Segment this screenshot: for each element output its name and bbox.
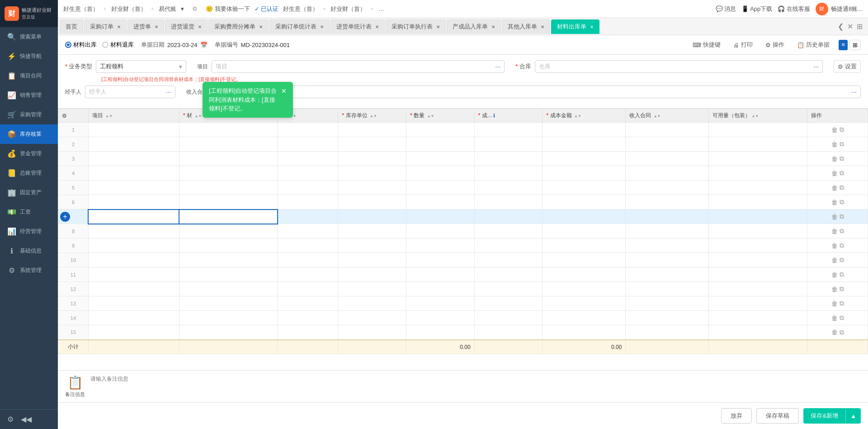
cell-income-contract[interactable] [626,253,709,267]
topbar-link-more[interactable]: … [378,5,384,12]
cell-qty[interactable] [406,238,474,253]
cell-cost-amount[interactable] [542,224,626,238]
cell-cost-amount[interactable] [542,137,626,152]
tab-close[interactable]: ✕ [155,24,158,29]
cell-available[interactable] [709,181,807,195]
cell-material[interactable] [179,311,278,325]
copy-icon[interactable]: ⧉ [840,242,844,249]
delete-icon[interactable]: 🗑 [831,257,838,264]
sidebar-item-固定资产[interactable]: 🏢 固定资产 [0,183,58,202]
cell-spec[interactable] [278,152,338,166]
copy-icon[interactable]: ⧉ [840,140,844,148]
active-cell-cost-amount[interactable] [542,210,626,224]
copy-icon[interactable]: ⧉ [840,227,844,235]
cell-spec[interactable] [278,166,338,181]
cell-qty[interactable] [406,311,474,325]
cell-spec[interactable] [278,282,338,296]
tab-close[interactable]: ✕ [375,24,379,29]
col-qty[interactable]: * 数量 ▲▼ [406,109,474,123]
tab-order-exec[interactable]: 采购订单执行表 ✕ [386,19,446,34]
copy-icon[interactable]: ⧉ [840,256,844,264]
income-contract-input[interactable]: 收入合同 ··· [212,86,861,98]
copy-icon[interactable]: ⧉ [840,314,844,322]
cell-material[interactable] [179,238,278,253]
cell-spec[interactable] [278,123,338,137]
cell-cost[interactable] [474,253,542,267]
tab-close[interactable]: ✕ [198,24,202,29]
sidebar-item-经营管理[interactable]: 📊 经营管理 [0,222,58,241]
cell-project[interactable] [88,166,179,181]
topbar-trial[interactable]: 🙂 我要体验一下 [206,5,250,13]
tab-close-active[interactable]: ✕ [590,24,594,29]
topbar-link-1[interactable]: 好生意（首） [63,5,99,13]
cell-unit[interactable] [338,325,406,340]
tab-purchase-fee[interactable]: 采购费用分摊单 ✕ [208,19,269,34]
cell-material[interactable] [179,123,278,137]
cell-spec[interactable] [278,181,338,195]
cell-unit[interactable] [338,267,406,282]
sidebar-item-项目合同[interactable]: 📋 项目合同 [0,66,58,86]
cell-project[interactable] [88,282,179,296]
cell-qty[interactable] [406,253,474,267]
operation-btn[interactable]: ⚙ 操作 [762,39,788,51]
cell-qty[interactable] [406,224,474,238]
user-menu[interactable]: 财 畅捷通8账... [816,3,863,15]
sidebar-item-采购管理[interactable]: 🛒 采购管理 [0,105,58,124]
cell-available[interactable] [709,311,807,325]
active-cell-available[interactable] [709,210,807,224]
tab-home[interactable]: 首页 [60,19,83,34]
cell-unit[interactable] [338,282,406,296]
cell-income-contract[interactable] [626,325,709,340]
topbar-dropdown[interactable]: ▾ [181,5,184,12]
topbar-link-4[interactable]: 好生意（首） [283,5,318,13]
online-service-action[interactable]: 🎧 在线客服 [778,5,810,13]
tab-other-in[interactable]: 其他入库单 ✕ [502,19,550,34]
active-cell-material[interactable] [179,210,278,224]
cell-qty[interactable] [406,325,474,340]
delete-icon[interactable]: 🗑 [831,286,838,293]
delete-icon[interactable]: 🗑 [831,271,838,278]
active-cell-qty[interactable] [406,210,474,224]
cell-project[interactable] [88,152,179,166]
sidebar-item-搜索菜单[interactable]: 🔍 搜索菜单 [0,27,58,47]
copy-icon[interactable]: ⧉ [840,155,844,162]
copy-icon[interactable]: ⧉ [840,271,844,278]
cell-unit[interactable] [338,311,406,325]
cell-available[interactable] [709,166,807,181]
settings-icon[interactable]: ⚙ [7,415,14,424]
save-draft-btn[interactable]: 保存草稿 [756,408,799,424]
income-more-icon[interactable]: ··· [851,88,857,95]
discard-btn[interactable]: 放弃 [721,408,752,424]
cell-cost[interactable] [474,152,542,166]
cell-spec[interactable] [278,296,338,311]
cell-cost[interactable] [474,224,542,238]
cell-project[interactable] [88,123,179,137]
calendar-icon[interactable]: 📅 [200,42,208,48]
cell-income-contract[interactable] [626,181,709,195]
cell-income-contract[interactable] [626,296,709,311]
cell-spec[interactable] [278,267,338,282]
active-cell-cost[interactable] [474,210,542,224]
copy-icon[interactable]: ⧉ [840,198,844,206]
cell-cost[interactable] [474,181,542,195]
tab-close[interactable]: ✕ [491,24,495,29]
active-cell-project[interactable] [88,210,179,224]
cell-unit[interactable] [338,195,406,210]
topbar-link-5[interactable]: 好业财（首） [330,5,366,13]
cell-cost-amount[interactable] [542,238,626,253]
tab-close[interactable]: ✕ [117,24,121,29]
cell-unit[interactable] [338,238,406,253]
cell-material[interactable] [179,137,278,152]
cell-project[interactable] [88,296,179,311]
cell-material[interactable] [179,282,278,296]
tab-product-in[interactable]: 产成品入库单 ✕ [447,19,501,34]
delete-icon[interactable]: 🗑 [831,300,838,307]
tab-close[interactable]: ✕ [320,24,324,29]
col-settings[interactable]: ⚙ [58,109,89,123]
project-input[interactable]: 项目 ··· [212,60,505,73]
cell-material[interactable] [179,325,278,340]
delete-icon[interactable]: 🗑 [831,155,838,162]
sidebar-item-总账管理[interactable]: 📒 总账管理 [0,163,58,183]
sidebar-item-工资[interactable]: 💵 工资 [0,202,58,222]
grid-view-btn[interactable]: ⊞ [849,40,861,50]
